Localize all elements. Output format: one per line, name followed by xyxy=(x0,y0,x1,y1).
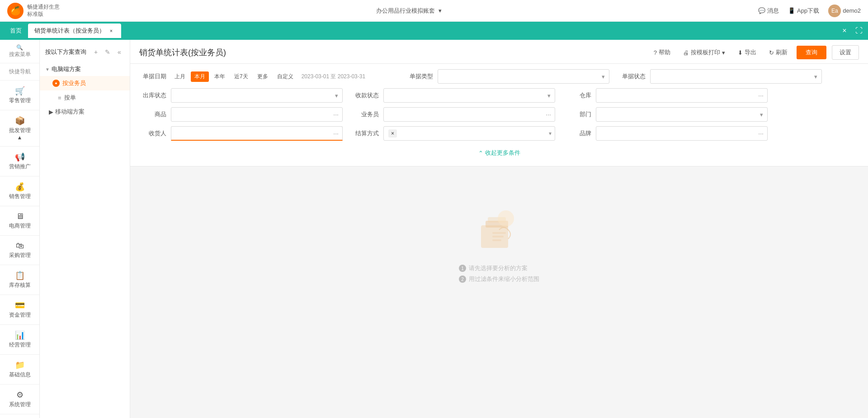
sidebar-item-wholesale[interactable]: 📦 批发管理 ▲ xyxy=(0,110,39,147)
sidebar-item-marketing[interactable]: 📢 营销推广 xyxy=(0,147,39,176)
date-tab-this-year[interactable]: 本年 xyxy=(211,71,229,82)
collapse-label: 收起更多条件 xyxy=(485,149,520,157)
panel-header: 按以下方案查询 + ✎ « xyxy=(40,43,130,61)
payment-status-select[interactable] xyxy=(383,88,555,103)
filter-area: 单据日期 上月 本月 本年 近7天 更多 自定义 2023-03-01 至 20… xyxy=(130,64,868,166)
tab-close-btn[interactable]: × xyxy=(108,27,115,34)
retail-icon: 🛒 xyxy=(15,86,25,96)
empty-tip-1: 1 请先选择要分析的方案 xyxy=(459,264,539,272)
sidebar-item-finance[interactable]: 💳 资金管理 xyxy=(0,295,39,325)
date-filter: 上月 本月 本年 近7天 更多 自定义 2023-03-01 至 2023-03… xyxy=(171,71,397,82)
empty-illustration xyxy=(472,203,526,257)
search-icon: 🔍 xyxy=(2,44,38,51)
stock-status-select-wrapper xyxy=(171,88,343,103)
main-layout: 🔍 搜索菜单 快捷导航 🛒 零售管理 📦 批发管理 ▲ 📢 营销推广 💰 销售管… xyxy=(0,40,868,418)
app-download-label: App下载 xyxy=(797,7,819,15)
company-name: 办公用品行业模拟账套 xyxy=(376,7,435,15)
scheme-by-staff-label: 按业务员 xyxy=(62,79,86,87)
doc-status-filter xyxy=(650,69,822,84)
add-scheme-btn[interactable]: + xyxy=(91,47,101,57)
left-panel: 按以下方案查询 + ✎ « ▼ 电脑端方案 ● 按业务员 ≡ 按单 xyxy=(40,40,130,418)
basic-icon: 📁 xyxy=(15,360,25,370)
stock-status-select[interactable] xyxy=(171,88,343,103)
sub-scheme-by-order[interactable]: ≡ 按单 xyxy=(40,90,130,105)
staff-input[interactable] xyxy=(383,107,555,122)
template-print-btn[interactable]: 🖨 按模板打印 ▾ xyxy=(679,47,729,58)
purchase-label: 采购管理 xyxy=(9,252,31,259)
tab-close-all-btn[interactable]: × xyxy=(839,25,850,36)
message-icon: 💬 xyxy=(758,7,765,14)
scheme-item-by-staff[interactable]: ● 按业务员 xyxy=(40,76,130,90)
help-label: 帮助 xyxy=(659,48,670,57)
payment-method-input[interactable]: × xyxy=(383,126,555,141)
tab-sales-stat-label: 销货单统计表（按业务员） xyxy=(34,27,105,35)
query-btn[interactable]: 查询 xyxy=(797,46,826,59)
date-tab-this-month[interactable]: 本月 xyxy=(191,71,209,82)
date-tab-last-month[interactable]: 上月 xyxy=(171,71,189,82)
sidebar-item-operation[interactable]: 📊 经营管理 xyxy=(0,325,39,355)
sidebar-item-inventory[interactable]: 📋 库存核算 xyxy=(0,265,39,295)
mobile-group-header[interactable]: ▶ 移动端方案 xyxy=(40,105,130,119)
dept-label: 部门 xyxy=(564,110,596,119)
logo-line2: 标准版 xyxy=(27,11,60,18)
logo-line1: 畅捷通好生意 xyxy=(27,4,60,11)
collapse-filters-btn[interactable]: ⌃ 收起更多条件 xyxy=(139,145,859,161)
desktop-group-header[interactable]: ▼ 电脑端方案 xyxy=(40,62,130,76)
app-download-btn[interactable]: 📱 App下载 xyxy=(788,7,819,15)
user-menu[interactable]: Ea demo2 xyxy=(828,5,861,17)
tab-sales-stat[interactable]: 销货单统计表（按业务员） × xyxy=(28,24,121,38)
sidebar-item-basic[interactable]: 📁 基础信息 xyxy=(0,355,39,385)
date-tab-7days[interactable]: 近7天 xyxy=(231,71,252,82)
sidebar-quick-nav[interactable]: 快捷导航 xyxy=(0,63,39,81)
wholesale-label: 批发管理 xyxy=(9,127,31,134)
warehouse-label: 仓库 xyxy=(564,91,596,100)
payment-status-filter xyxy=(383,88,555,103)
doc-status-select[interactable] xyxy=(650,69,822,84)
sidebar-item-ecommerce[interactable]: 🖥 电商管理 xyxy=(0,206,39,236)
export-btn[interactable]: ⬇ 导出 xyxy=(734,47,760,58)
message-btn[interactable]: 💬 消息 xyxy=(758,7,779,15)
help-btn[interactable]: ? 帮助 xyxy=(650,47,674,58)
collapse-panel-btn[interactable]: « xyxy=(114,47,124,57)
date-tab-custom[interactable]: 自定义 xyxy=(274,71,297,82)
doc-type-select[interactable] xyxy=(438,69,609,84)
staff-label: 业务员 xyxy=(352,110,383,119)
mobile-group-label: 移动端方案 xyxy=(55,108,85,116)
warehouse-input[interactable] xyxy=(596,88,768,103)
warehouse-filter[interactable] xyxy=(596,88,768,103)
tab-home[interactable]: 首页 xyxy=(4,24,28,38)
sidebar-item-sales[interactable]: 💰 销售管理 xyxy=(0,176,39,206)
page-header: 销货单统计表(按业务员) ? 帮助 🖨 按模板打印 ▾ ⬇ 导出 xyxy=(130,40,868,64)
filter-row-2: 出库状态 收款状态 xyxy=(139,88,859,103)
sidebar-item-enterprise[interactable]: 🤝 企业协同 xyxy=(0,414,39,418)
consignee-label: 收货人 xyxy=(139,129,171,138)
phone-icon: 📱 xyxy=(788,7,795,14)
brand-input[interactable] xyxy=(596,126,768,141)
date-tab-more[interactable]: 更多 xyxy=(254,71,272,82)
doc-status-label: 单据状态 xyxy=(618,72,650,81)
consignee-filter xyxy=(171,126,343,141)
edit-scheme-btn[interactable]: ✎ xyxy=(103,47,113,57)
dept-select[interactable] xyxy=(596,107,768,122)
panel-title: 按以下方案查询 xyxy=(45,48,86,56)
sales-icon: 💰 xyxy=(15,182,25,192)
sidebar-search[interactable]: 🔍 搜索菜单 xyxy=(0,40,39,63)
settings-btn[interactable]: 设置 xyxy=(832,45,859,60)
consignee-input[interactable] xyxy=(171,126,343,141)
payment-method-tag-close[interactable]: × xyxy=(391,130,394,137)
stock-status-label: 出库状态 xyxy=(139,91,171,100)
refresh-btn[interactable]: ↻ 刷新 xyxy=(765,47,791,58)
sidebar-item-system[interactable]: ⚙ 系统管理 xyxy=(0,385,39,414)
sidebar-item-retail[interactable]: 🛒 零售管理 xyxy=(0,81,39,110)
company-selector[interactable]: 办公用品行业模拟账套 ▾ xyxy=(376,7,442,15)
product-input[interactable] xyxy=(171,107,343,122)
print-icon: 🖨 xyxy=(683,49,689,56)
export-icon: ⬇ xyxy=(738,49,743,56)
ecommerce-icon: 🖥 xyxy=(16,212,24,221)
sidebar-item-purchase[interactable]: 🛍 采购管理 xyxy=(0,236,39,265)
svg-rect-5 xyxy=(492,236,504,238)
product-label: 商品 xyxy=(139,110,171,119)
wholesale-icon: 📦 xyxy=(15,116,25,126)
tab-expand-btn[interactable]: ⛶ xyxy=(854,25,864,36)
finance-label: 资金管理 xyxy=(9,311,31,319)
